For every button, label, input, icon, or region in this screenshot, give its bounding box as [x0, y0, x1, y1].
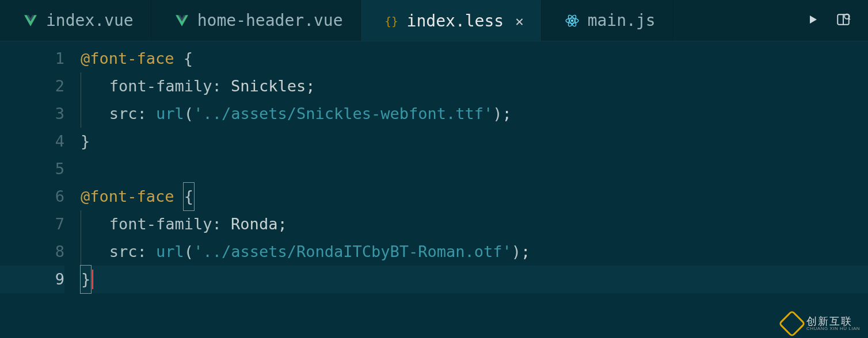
- token-atrule: @font-face: [81, 45, 174, 72]
- token-prop: src: [109, 238, 138, 266]
- token-punct: (: [184, 100, 193, 128]
- line-number: 5: [0, 155, 64, 183]
- token-punct: :: [138, 100, 157, 128]
- tab-label: index.vue: [46, 11, 134, 30]
- token-punct: ): [493, 100, 502, 128]
- vue-icon: [23, 13, 38, 28]
- editor[interactable]: 123456789 @font-face { font-family: Snic…: [0, 41, 868, 338]
- token-prop: src: [109, 100, 138, 128]
- code-line[interactable]: }: [81, 128, 868, 155]
- line-number: 6: [0, 183, 64, 210]
- token-semi: ;: [502, 100, 512, 128]
- line-number: 4: [0, 128, 64, 155]
- tabbar-actions: [806, 0, 868, 41]
- line-number: 8: [0, 238, 64, 266]
- code-line[interactable]: src: url('../assets/Snickles-webfont.ttf…: [81, 100, 868, 128]
- watermark-text-cn: 创新互联: [806, 316, 860, 327]
- token-punct: }: [81, 270, 90, 288]
- token-atrule: @font-face: [81, 183, 174, 210]
- vue-icon: [174, 13, 189, 28]
- token-semi: ;: [306, 72, 315, 100]
- token-semi: ;: [521, 238, 530, 266]
- bracket-match: }: [81, 266, 91, 293]
- gutter: 123456789: [0, 41, 81, 338]
- split-icon[interactable]: [836, 12, 851, 29]
- token-plain: [174, 183, 184, 210]
- code-line[interactable]: font-family: Ronda;: [81, 210, 868, 238]
- tab-index-less[interactable]: {}index.less✕: [361, 0, 542, 41]
- code-area[interactable]: @font-face { font-family: Snickles; src:…: [81, 41, 868, 338]
- token-string: '../assets/Snickles-webfont.ttf': [193, 100, 493, 128]
- token-punct: :: [138, 238, 157, 266]
- line-number: 3: [0, 100, 64, 128]
- code-line[interactable]: @font-face {: [81, 45, 868, 72]
- braces-icon: {}: [384, 14, 399, 29]
- token-plain: [174, 45, 184, 72]
- watermark: 创新互联 CHUANG XIN HU LIAN: [782, 314, 860, 333]
- token-punct: }: [81, 128, 90, 155]
- code-line[interactable]: src: url('../assets/RondaITCbyBT-Roman.o…: [81, 238, 868, 266]
- play-icon[interactable]: [806, 13, 820, 29]
- line-number: 7: [0, 210, 64, 238]
- code-line[interactable]: font-family: Snickles;: [81, 72, 868, 100]
- token-punct: {: [184, 45, 193, 72]
- token-func: url: [156, 100, 184, 128]
- svg-text:{}: {}: [384, 14, 398, 28]
- token-plain: Ronda: [231, 210, 277, 238]
- tab-label: main.js: [588, 11, 656, 30]
- tab-label: index.less: [407, 11, 504, 30]
- line-number: 1: [0, 45, 64, 72]
- tab-main-js[interactable]: main.js: [542, 0, 673, 41]
- token-string: '../assets/RondaITCbyBT-Roman.otf': [193, 238, 512, 266]
- tab-label: home-header.vue: [197, 11, 343, 30]
- text-cursor: [92, 270, 93, 289]
- token-punct: (: [184, 238, 193, 266]
- line-number: 2: [0, 72, 64, 100]
- code-line[interactable]: [81, 155, 868, 183]
- close-icon[interactable]: ✕: [515, 13, 523, 29]
- svg-point-1: [570, 19, 573, 21]
- token-prop: font-family: [109, 210, 212, 238]
- watermark-text-en: CHUANG XIN HU LIAN: [806, 327, 860, 331]
- code-line[interactable]: @font-face {: [81, 183, 868, 210]
- tab-home-header-vue[interactable]: home-header.vue: [151, 0, 361, 41]
- tab-index-vue[interactable]: index.vue: [0, 0, 151, 41]
- line-number: 9: [0, 266, 64, 293]
- token-punct: {: [184, 187, 193, 205]
- watermark-logo-icon: [778, 310, 806, 337]
- token-punct: :: [212, 210, 231, 238]
- token-prop: font-family: [109, 72, 212, 100]
- token-semi: ;: [277, 210, 287, 238]
- token-plain: Snickles: [231, 72, 306, 100]
- token-punct: ): [512, 238, 521, 266]
- token-punct: :: [212, 72, 231, 100]
- code-line[interactable]: }: [81, 266, 868, 293]
- react-icon: [565, 13, 580, 28]
- bracket-match: {: [184, 183, 194, 210]
- token-func: url: [156, 238, 184, 266]
- tab-bar: index.vuehome-header.vue{}index.less✕mai…: [0, 0, 868, 41]
